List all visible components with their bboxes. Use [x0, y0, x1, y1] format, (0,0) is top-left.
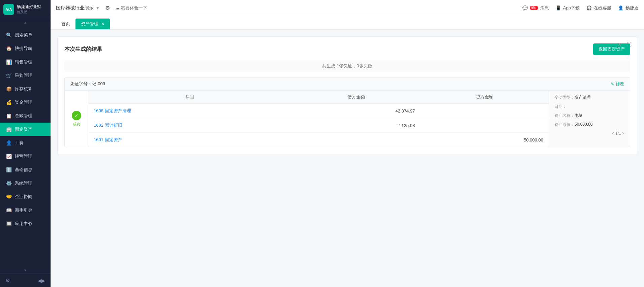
settings-bottom-icon[interactable]: ⚙: [5, 277, 10, 284]
voucher-content: ✓ 成功 科目 借方金额: [65, 91, 630, 147]
success-label: 成功: [73, 122, 80, 127]
topbar-action-user[interactable]: 👤畅捷通: [618, 5, 639, 11]
date-label: 日期：: [554, 104, 575, 109]
sidebar-item-system[interactable]: ⚙️系统管理: [0, 177, 51, 190]
fixed-assets-icon: 🏢: [5, 126, 12, 133]
feedback-icon: ☁: [115, 5, 120, 10]
logo-icon: AtA: [3, 4, 14, 15]
finance-icon: 💰: [5, 99, 12, 106]
sidebar-item-basic-info[interactable]: ℹ️基础信息: [0, 163, 51, 177]
sidebar-scroll-down[interactable]: ▼: [24, 268, 27, 272]
result-header: 本次生成的结果 返回固定资产: [64, 43, 630, 55]
feedback-button[interactable]: ☁ 我要体验一下: [115, 5, 147, 11]
prev-page-icon[interactable]: <: [612, 131, 614, 136]
col-subject: 科目: [88, 91, 292, 104]
topbar-action-messages[interactable]: 💬99+消息: [522, 5, 549, 11]
sidebar-item-label: 新手引导: [15, 207, 32, 213]
page-indicator: 1/1: [615, 131, 622, 136]
sidebar-item-label: 采购管理: [15, 72, 32, 78]
asset-value-label: 资产原值：: [554, 122, 575, 128]
sidebar-item-label: 应用中心: [15, 221, 32, 227]
toggle-sidebar-icon[interactable]: ◀▶: [38, 278, 45, 283]
payroll-icon: 👤: [5, 139, 12, 146]
sidebar-item-purchase[interactable]: 🛒采购管理: [0, 69, 51, 82]
tab-asset-mgmt[interactable]: 资产管理✕: [75, 19, 110, 29]
sidebar-item-label: 销售管理: [15, 59, 32, 65]
tab-close-icon[interactable]: ✕: [101, 22, 104, 26]
user-icon: 👤: [618, 5, 623, 10]
sidebar-item-app-center[interactable]: 🔲应用中心: [0, 217, 51, 230]
credit-cell: [420, 118, 549, 133]
inventory-icon: 📦: [5, 86, 12, 92]
success-status-cell: ✓ 成功: [65, 91, 88, 147]
edit-button[interactable]: ✎ 修改: [611, 81, 624, 87]
asset-name-label: 资产名称：: [554, 113, 575, 119]
sidebar-item-label: 库存核算: [15, 86, 32, 92]
sidebar-item-label: 系统管理: [15, 180, 32, 186]
voucher-block: 凭证字号：记-003 ✎ 修改 ✓: [64, 77, 630, 147]
sidebar-item-payroll[interactable]: 👤工资: [0, 136, 51, 150]
sidebar-item-label: 资金管理: [15, 99, 32, 105]
tab-home[interactable]: 首页: [56, 19, 75, 29]
sidebar-item-finance[interactable]: 💰资金管理: [0, 96, 51, 109]
company-chevron-icon: ▼: [96, 6, 100, 10]
sidebar-bottom: ⚙ ◀▶: [0, 274, 51, 287]
topbar-action-app-download[interactable]: 📱App下载: [556, 5, 580, 11]
pagination: < 1/1 >: [554, 131, 624, 136]
voucher-id: 凭证字号：记-003: [70, 81, 105, 87]
sidebar-item-guide[interactable]: 📖新手引导: [0, 203, 51, 217]
system-icon: ⚙️: [5, 180, 12, 187]
messages-badge: 99+: [530, 6, 538, 10]
operations-icon: 📈: [5, 153, 12, 160]
sidebar-item-inventory[interactable]: 📦库存核算: [0, 82, 51, 96]
change-type-label: 变动类型：: [554, 95, 575, 100]
close-panel-icon[interactable]: ✕: [616, 41, 623, 48]
expand-panel-icon[interactable]: ⛶: [625, 41, 633, 48]
topbar-action-online-support[interactable]: 🎧在线客服: [586, 5, 611, 11]
sidebar-item-operations[interactable]: 📈经营管理: [0, 150, 51, 163]
next-page-icon[interactable]: >: [622, 131, 624, 136]
quick-nav-icon: 🏠: [5, 45, 12, 52]
company-selector[interactable]: 医疗器械行业演示 ▼: [56, 5, 100, 11]
edit-label: 修改: [616, 81, 624, 87]
col-debit: 借方金额: [292, 91, 420, 104]
detail-date: 日期：: [554, 104, 624, 109]
online-support-label: 在线客服: [594, 5, 611, 11]
sidebar-item-quick-nav[interactable]: 🏠快捷导航: [0, 42, 51, 55]
sales-icon: 📊: [5, 59, 12, 65]
table-row: 1601 固定资产 50,000.00: [88, 133, 549, 147]
sidebar-item-label: 固定资产: [15, 126, 32, 132]
sidebar-item-sales[interactable]: 📊销售管理: [0, 55, 51, 69]
app-download-label: App下载: [563, 5, 580, 11]
asset-name-value: 电脑: [575, 113, 583, 119]
table-row: 1606 固定资产清理 42,874.97: [88, 104, 549, 118]
subject-cell: 1606 固定资产清理: [88, 104, 292, 118]
voucher-table: 科目 借方金额 贷方金额 1606 固定资产清理 42,874.97 1602 …: [88, 91, 549, 147]
voucher-header: 凭证字号：记-003 ✎ 修改: [65, 77, 630, 91]
sidebar-item-label: 工资: [15, 140, 24, 146]
search-icon: 🔍: [5, 32, 12, 38]
result-title: 本次生成的结果: [64, 46, 102, 53]
credit-cell: [420, 104, 549, 118]
detail-asset-name: 资产名称： 电脑: [554, 113, 624, 119]
subject-cell: 1602 累计折旧: [88, 118, 292, 133]
sidebar-item-label: 总账管理: [15, 113, 32, 119]
change-type-value: 资产清理: [575, 95, 591, 100]
user-label: 畅捷通: [625, 5, 639, 11]
ledger-icon: 📋: [5, 113, 12, 119]
sidebar-item-label: 搜索菜单: [15, 32, 32, 38]
detail-change-type: 变动类型： 资产清理: [554, 95, 624, 100]
credit-cell: 50,000.00: [420, 133, 549, 147]
table-row: 1602 累计折旧 7,125.03: [88, 118, 549, 133]
sidebar-item-search[interactable]: 🔍搜索菜单: [0, 28, 51, 42]
sidebar-scroll-up[interactable]: ▲: [24, 21, 27, 24]
topbar-settings-icon[interactable]: ⚙: [105, 5, 110, 11]
sidebar-item-ledger[interactable]: 📋总账管理: [0, 109, 51, 123]
sidebar-item-enterprise[interactable]: 🤝企业协同: [0, 190, 51, 203]
debit-cell: 7,125.03: [292, 118, 420, 133]
debit-cell: 42,874.97: [292, 104, 420, 118]
sidebar-item-fixed-assets[interactable]: 🏢固定资产: [0, 123, 51, 136]
detail-asset-value: 资产原值： 50,000.00: [554, 122, 624, 128]
voucher-detail: 变动类型： 资产清理 日期： 资产名称： 电脑: [549, 91, 630, 147]
sidebar-logo: AtA 畅捷通好业财 普及版: [0, 0, 51, 19]
